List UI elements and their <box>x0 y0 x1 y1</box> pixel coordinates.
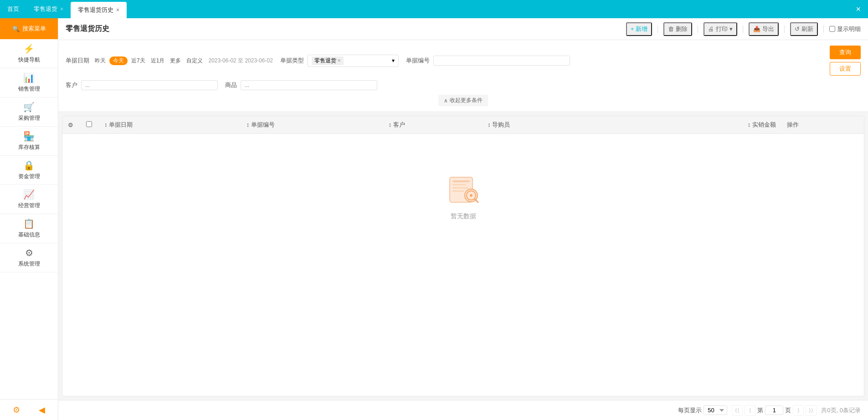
print-icon: 🖨 <box>708 26 714 32</box>
sidebar-item-inventory[interactable]: 🏪 库存核算 <box>0 127 58 156</box>
select-all-checkbox[interactable] <box>86 121 92 127</box>
type-filter: 单据类型 零售退货 × ▾ <box>280 55 399 67</box>
shortcut-custom[interactable]: 自定义 <box>185 56 205 65</box>
prev-page-button[interactable]: ⟨ <box>745 405 755 416</box>
shortcut-7days[interactable]: 近7天 <box>129 56 147 65</box>
page-input[interactable] <box>765 405 783 415</box>
sidebar-item-sales[interactable]: 📊 销售管理 <box>0 68 58 97</box>
divider-1 <box>657 26 658 33</box>
customer-filter: 客户 <box>66 80 218 90</box>
page-size-dropdown[interactable]: 20 50 100 <box>704 405 727 415</box>
sidebar-item-operations[interactable]: 📈 经营管理 <box>0 185 58 214</box>
shortcut-more[interactable]: 更多 <box>168 56 183 65</box>
sidebar-item-purchase-label: 采购管理 <box>18 114 40 122</box>
settings-bottom-icon[interactable]: ⚙ <box>13 405 20 415</box>
sidebar-search-label: 搜索菜单 <box>22 25 46 33</box>
goods-filter: 商品 <box>225 80 377 90</box>
sidebar: 🔍 搜索菜单 ⚡ 快捷导航 📊 销售管理 🛒 采购管理 🏪 库存核算 🔒 资金管… <box>0 18 58 420</box>
empty-state: 暂无数据 <box>62 134 864 257</box>
action-buttons: 查询 设置 <box>830 46 861 76</box>
delete-button[interactable]: 🗑 删除 <box>663 22 692 36</box>
collapse-button[interactable]: ∧ 收起更多条件 <box>438 95 488 106</box>
sidebar-search[interactable]: 🔍 搜索菜单 <box>0 18 58 39</box>
sidebar-item-quick-nav[interactable]: ⚡ 快捷导航 <box>0 39 58 68</box>
last-page-button[interactable]: ⟩⟩ <box>806 405 817 416</box>
print-dropdown-icon: ▾ <box>729 26 733 32</box>
th-guide[interactable]: ↕ 导购员 <box>482 116 603 134</box>
pagination-bar: 每页显示 20 50 100 ⟨⟨ ⟨ 第 页 ⟩ ⟩⟩ 共0页, 0条记录 <box>58 400 868 420</box>
number-input[interactable] <box>433 56 570 66</box>
sidebar-item-finance-label: 资金管理 <box>18 173 40 180</box>
first-page-button[interactable]: ⟨⟨ <box>732 405 743 416</box>
window-close-icon[interactable]: × <box>856 5 861 14</box>
th-customer[interactable]: ↕ 客户 <box>383 116 483 134</box>
number-filter: 单据编号 <box>406 56 570 66</box>
tab-retail-return-history-close[interactable]: × <box>116 7 119 13</box>
th-settings[interactable]: ⚙ <box>62 116 81 134</box>
inventory-icon: 🏪 <box>23 131 35 142</box>
new-button[interactable]: + 新增 <box>626 22 652 36</box>
sidebar-item-system-label: 系统管理 <box>18 260 40 268</box>
query-button[interactable]: 查询 <box>830 46 861 59</box>
tab-retail-return[interactable]: 零售退货 × <box>26 0 71 18</box>
show-detail-label: 显示明细 <box>837 25 861 33</box>
page-size-select: 每页显示 20 50 100 <box>678 405 727 415</box>
page-nav: ⟨⟨ ⟨ 第 页 ⟩ ⟩⟩ <box>732 405 817 416</box>
type-tag-close[interactable]: × <box>338 57 341 64</box>
main-layout: 🔍 搜索菜单 ⚡ 快捷导航 📊 销售管理 🛒 采购管理 🏪 库存核算 🔒 资金管… <box>0 18 868 420</box>
empty-row: 暂无数据 <box>62 134 864 257</box>
date-range-display: 2023-06-02 至 2023-06-02 <box>208 57 272 65</box>
next-page-button[interactable]: ⟩ <box>793 405 804 416</box>
shortcut-1month[interactable]: 近1月 <box>149 56 167 65</box>
th-date[interactable]: ↕ 单据日期 <box>99 116 241 134</box>
th-number-label: ↕ 单据编号 <box>247 121 275 128</box>
total-info: 共0页, 0条记录 <box>821 406 861 415</box>
filter-row-1: 单据日期 昨天 今天 近7天 近1月 更多 自定义 2023-06-02 至 2… <box>66 46 861 76</box>
divider-2 <box>698 26 698 33</box>
shortcut-today[interactable]: 今天 <box>109 56 128 65</box>
empty-cell: 暂无数据 <box>62 134 864 257</box>
th-amount-label: ↕ 实销金额 <box>748 121 776 128</box>
tab-home[interactable]: 首页 <box>0 0 26 18</box>
type-tag: 零售退货 × <box>312 56 344 65</box>
sidebar-item-finance[interactable]: 🔒 资金管理 <box>0 156 58 185</box>
type-select[interactable]: 零售退货 × ▾ <box>308 55 399 67</box>
delete-icon: 🗑 <box>668 26 674 32</box>
settings-button[interactable]: 设置 <box>830 62 861 76</box>
table-head: ⚙ ↕ 单据日期 ↕ 单据编号 ↕ 客户 <box>62 116 864 134</box>
svg-point-8 <box>470 194 473 197</box>
show-detail-checkbox[interactable] <box>829 26 835 32</box>
quick-nav-icon: ⚡ <box>23 43 35 54</box>
sidebar-item-basic-info[interactable]: 📋 基础信息 <box>0 214 58 243</box>
sidebar-item-system[interactable]: ⚙ 系统管理 <box>0 243 58 272</box>
goods-input[interactable] <box>241 80 377 90</box>
table-header-row: ⚙ ↕ 单据日期 ↕ 单据编号 ↕ 客户 <box>62 116 864 134</box>
refresh-button[interactable]: ↺ 刷新 <box>790 22 818 36</box>
table-container: ⚙ ↕ 单据日期 ↕ 单据编号 ↕ 客户 <box>62 116 864 396</box>
th-checkbox[interactable] <box>81 116 99 134</box>
th-guide-label: ↕ 导购员 <box>488 121 510 128</box>
refresh-icon: ↺ <box>795 26 800 32</box>
svg-rect-3 <box>452 187 468 189</box>
sidebar-item-operations-label: 经营管理 <box>18 202 40 210</box>
system-icon: ⚙ <box>25 247 33 258</box>
th-date-label: ↕ 单据日期 <box>104 121 133 128</box>
export-icon: 📤 <box>753 26 760 32</box>
sidebar-item-purchase[interactable]: 🛒 采购管理 <box>0 97 58 127</box>
customer-input[interactable] <box>81 80 218 90</box>
show-detail-checkbox-label[interactable]: 显示明细 <box>829 25 861 33</box>
shortcut-yesterday[interactable]: 昨天 <box>93 56 108 65</box>
purchase-icon: 🛒 <box>23 102 35 113</box>
sidebar-bottom: ⚙ ◀ <box>0 399 58 420</box>
collapse-sidebar-icon[interactable]: ◀ <box>39 405 45 415</box>
header-actions: + 新增 🗑 删除 🖨 打印 ▾ 📤 导出 <box>626 22 861 36</box>
export-button[interactable]: 📤 导出 <box>749 22 779 36</box>
tab-retail-return-history[interactable]: 零售退货历史 × <box>71 2 127 18</box>
th-number[interactable]: ↕ 单据编号 <box>241 116 383 134</box>
print-button[interactable]: 🖨 打印 ▾ <box>704 22 737 36</box>
tab-retail-return-close[interactable]: × <box>60 6 63 12</box>
th-amount[interactable]: ↕ 实销金额 <box>639 116 781 134</box>
th-action: 操作 <box>781 116 864 134</box>
divider-3 <box>743 26 743 33</box>
th-spacer <box>603 116 639 134</box>
